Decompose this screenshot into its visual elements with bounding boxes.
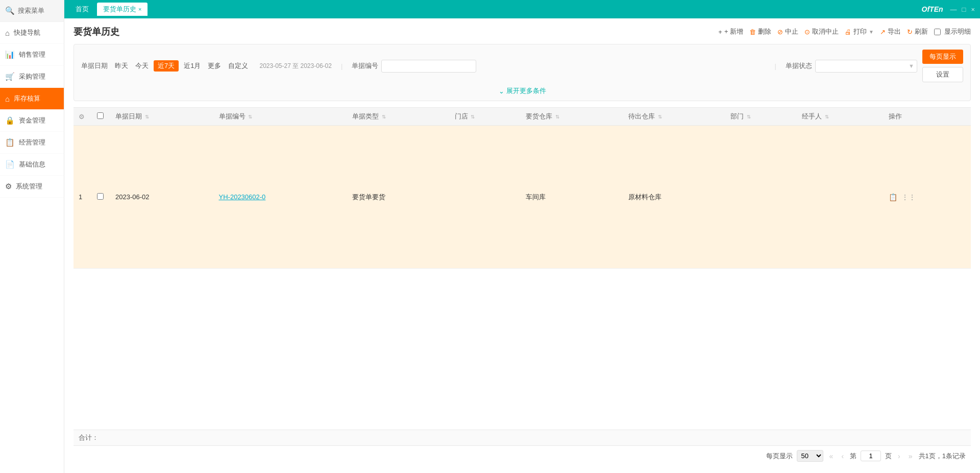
sort-pending-warehouse-icon[interactable]: ⇅ [658,114,662,120]
next-page-btn[interactable]: › [896,451,902,461]
first-page-btn[interactable]: « [827,451,836,461]
sort-date-icon[interactable]: ⇅ [145,114,149,120]
tab-close-icon[interactable]: × [138,6,141,12]
table-footer: 合计： [74,430,971,445]
bill-no-label: 单据编号 [352,61,378,70]
sidebar-item-label: 系统管理 [16,182,42,191]
cell-checkbox [92,126,110,269]
sort-dept-icon[interactable]: ⇅ [747,114,751,120]
new-icon: + [718,28,722,36]
col-store-label: 门店 [455,112,468,120]
page-label: 页 [885,452,892,461]
total-info: 共1页，1条记录 [919,452,966,461]
sidebar-item-finance-mgmt[interactable]: 🔒 资金管理 [0,110,64,132]
sidebar-search[interactable]: 🔍 搜索菜单 [0,0,64,22]
sort-handler-icon[interactable]: ⇅ [825,114,829,120]
window-minimize-btn[interactable]: — [950,6,957,13]
cancel-stop-icon: ⊙ [804,28,810,36]
window-close-btn[interactable]: × [971,6,975,13]
status-filter-group: 单据状态 ▼ [786,60,917,73]
col-dept-label: 部门 [730,112,744,120]
filter-expand-btn[interactable]: ⌄ 展开更多条件 [499,86,546,96]
select-all-checkbox[interactable] [97,112,104,119]
cancel-stop-btn[interactable]: ⊙ 取消中止 [804,27,839,36]
table-row: 1 2023-06-02 YH-20230602-0 要货单要货 车间库 [74,126,971,269]
filter-expand-row: ⌄ 展开更多条件 [81,86,963,96]
display-detail-toggle[interactable]: 显示明细 [934,27,971,36]
delete-btn[interactable]: 🗑 删除 [749,27,771,36]
sidebar-item-sales-mgmt[interactable]: 📊 销售管理 [0,44,64,66]
print-dropdown-icon: ▼ [869,29,874,35]
per-page-select[interactable]: 50 100 200 [797,450,823,462]
sidebar-item-label: 库存核算 [14,94,40,103]
sidebar-item-label: 快捷导航 [14,28,40,37]
bill-no-link[interactable]: YH-20230602-0 [219,193,266,201]
row-edit-btn[interactable]: 📋 [889,193,897,201]
bill-no-input[interactable] [381,60,476,73]
prev-page-btn[interactable]: ‹ [839,451,846,461]
cell-dept [725,126,797,269]
last-page-btn[interactable]: » [906,451,915,461]
per-page-label: 每页显示 [766,452,793,461]
sidebar-item-label: 经营管理 [19,138,45,147]
cancel-stop-label: 取消中止 [812,27,839,36]
col-bill-no-label: 单据编号 [219,112,246,120]
date-btn-custom[interactable]: 自定义 [226,60,250,72]
page-input[interactable] [861,451,881,461]
refresh-btn[interactable]: ↻ 刷新 [907,27,928,36]
export-btn[interactable]: ↗ 导出 [880,27,901,36]
sidebar-item-label: 销售管理 [19,50,45,59]
sort-bill-no-icon[interactable]: ⇅ [248,114,252,120]
filter-separator-2: | [775,62,776,70]
settings-btn[interactable]: 设置 [922,67,963,82]
col-dept: 部门 ⇅ [725,108,797,126]
refresh-label: 刷新 [915,27,928,36]
sort-bill-type-icon[interactable]: ⇅ [382,114,386,120]
col-date: 单据日期 ⇅ [110,108,214,126]
tab-home[interactable]: 首页 [69,3,95,16]
tab-bill-history[interactable]: 要货单历史 × [97,3,148,16]
sort-req-warehouse-icon[interactable]: ⇅ [555,114,559,120]
stop-icon: ⊘ [777,28,783,36]
table-settings-icon[interactable]: ⚙ [79,113,85,121]
date-btn-1month[interactable]: 近1月 [182,60,203,72]
cell-num: 1 [74,126,92,269]
cell-date: 2023-06-02 [110,126,214,269]
date-btn-yesterday[interactable]: 昨天 [113,60,130,72]
cell-actions: 📋 ⋮⋮ [884,126,971,269]
sales-icon: 📊 [5,50,15,59]
status-input[interactable] [815,60,917,73]
stop-btn[interactable]: ⊘ 中止 [777,27,798,36]
stop-label: 中止 [785,27,798,36]
query-btn[interactable]: 每页显示 [922,50,963,64]
table-wrapper: ⚙ 单据日期 ⇅ 单据编号 ⇅ [74,107,971,466]
col-checkbox [92,108,110,126]
sidebar-item-ops-mgmt[interactable]: 📋 经营管理 [0,132,64,154]
window-restore-btn[interactable]: □ [962,6,966,13]
date-btn-7days[interactable]: 近7天 [154,60,179,72]
date-btn-today[interactable]: 今天 [133,60,151,72]
new-btn[interactable]: + + 新增 [718,27,743,36]
sidebar-item-quick-nav[interactable]: ⌂ 快捷导航 [0,22,64,44]
delete-icon: 🗑 [749,28,756,36]
row-more-btn[interactable]: ⋮⋮ [901,193,916,201]
row-checkbox[interactable] [97,193,104,200]
filter-separator-1: | [341,62,342,70]
total-label: 合计： [79,434,99,441]
print-btn[interactable]: 🖨 打印 ▼ [845,27,874,36]
col-bill-type: 单据类型 ⇅ [347,108,449,126]
display-detail-checkbox[interactable] [934,29,941,35]
cell-req-warehouse: 车间库 [521,126,623,269]
finance-icon: 🔒 [5,116,15,125]
col-bill-no: 单据编号 ⇅ [214,108,348,126]
page-content: 要货单历史 + + 新增 🗑 删除 ⊘ 中止 ⊙ [64,18,980,473]
sidebar-item-basic-info[interactable]: 📄 基础信息 [0,154,64,176]
sidebar-item-purchase-mgmt[interactable]: 🛒 采购管理 [0,66,64,88]
refresh-icon: ↻ [907,28,913,36]
sidebar-item-inventory[interactable]: ⌂ 库存核算 [0,88,64,110]
col-bill-type-label: 单据类型 [352,112,379,120]
status-dropdown-icon: ▼ [909,63,914,69]
sidebar-item-sys-mgmt[interactable]: ⚙ 系统管理 [0,176,64,198]
sort-store-icon[interactable]: ⇅ [471,114,475,120]
date-btn-more[interactable]: 更多 [206,60,223,72]
